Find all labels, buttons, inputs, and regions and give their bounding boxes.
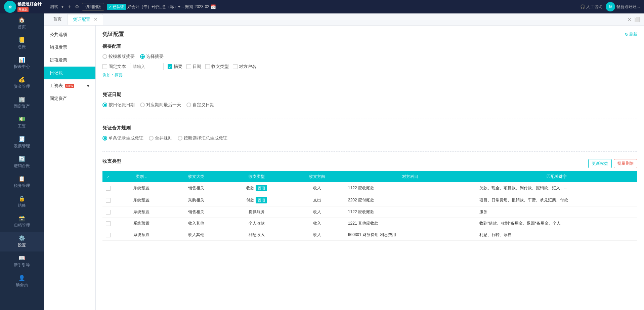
th-major: 收支大类 [169, 171, 223, 182]
radio-merge-rule[interactable]: 合并规则 [149, 135, 172, 141]
radio-custom-date[interactable]: 自定义日期 [186, 102, 214, 108]
tab-close-icon[interactable]: ✕ [94, 17, 97, 22]
cell-subject-1: 2202 应付账款 [345, 194, 476, 206]
sidebar-item-invoice[interactable]: 🧾 发票管理 [0, 132, 44, 152]
check-pay-type[interactable]: 收支类型 [205, 64, 229, 70]
archive-icon: 🗃️ [18, 215, 25, 222]
row-checkbox-1[interactable] [102, 194, 114, 206]
sidebar-label-purchase: 进销台账 [14, 163, 30, 169]
sidebar-item-ledger[interactable]: 📒 总账 [0, 33, 44, 53]
cell-subject-0: 1122 应收账款 [345, 182, 476, 194]
row-checkbox-2[interactable] [102, 206, 114, 218]
cell-type-3: 个人收款 [224, 218, 290, 229]
sidebar-item-member[interactable]: 👤 畅会员 [0, 271, 44, 291]
status-area: ✓ 已认证 好会计（专）+好生意（标）+... 账期 2023-02 📅 [107, 4, 216, 10]
sidebar-item-close[interactable]: 🔒 结账 [0, 192, 44, 212]
content-area: 首页 凭证配置 ✕ ✕ ⬜ 公共选项 销项发票 进项发票 [44, 13, 644, 310]
date-section-title: 凭证日期 [102, 92, 637, 98]
summary-radio-group: 按模板版摘要 选择摘要 [102, 53, 637, 60]
delete-button[interactable]: 批量删除 [614, 159, 637, 168]
date-section: 凭证日期 按日记账日期 对应期间最后一天 自定义日期 [102, 92, 637, 118]
window-maximize-icon[interactable]: ⬜ [634, 17, 640, 22]
checkbox-fixed-text [102, 64, 107, 69]
cell-major-4: 收入其他 [169, 229, 223, 241]
row-checkbox-3[interactable] [102, 218, 114, 229]
merge-section: 凭证合并规则 单条记录生成凭证 合并规则 按照选择汇总生成凭证 [102, 125, 637, 152]
sidebar-label-member: 畅会员 [16, 282, 28, 288]
radio-circle-period-last [140, 103, 145, 107]
cell-category-4: 系统预置 [114, 229, 169, 241]
sidebar-label-tax: 税务管理 [14, 183, 30, 189]
sidebar-item-assets[interactable]: 🏢 固定资产 [0, 93, 44, 113]
window-close-icon[interactable]: ✕ [628, 17, 632, 22]
th-checkbox[interactable]: ✓ [102, 171, 114, 182]
pin-button-1[interactable]: 置顶 [256, 197, 267, 203]
support-button[interactable]: 🎧 人工咨询 [580, 4, 602, 10]
sidebar: 🏠 首页 📒 总账 📊 报表中心 💰 资金管理 🏢 固定资产 💵 工资 🧾 发票… [0, 13, 44, 310]
update-button[interactable]: 更新权益 [588, 159, 612, 168]
menu-item-fixed-assets[interactable]: 固定资产 [44, 92, 95, 105]
window-controls: ✕ ⬜ [628, 17, 640, 22]
sidebar-item-home[interactable]: 🏠 首页 [0, 13, 44, 33]
menu-item-public[interactable]: 公共选项 [44, 28, 95, 41]
check-summary[interactable]: ✓ 摘要 [168, 64, 182, 70]
cell-keywords-2: 服务 [476, 206, 637, 218]
sidebar-item-archive[interactable]: 🗃️ 归档管理 [0, 212, 44, 232]
pin-button-0[interactable]: 置顶 [256, 185, 267, 191]
cell-type-4: 利息收入 [224, 229, 290, 241]
select-all-checkbox[interactable]: ✓ [106, 175, 111, 179]
refresh-button[interactable]: ↻ 刷新 [625, 32, 637, 37]
checkbox-row-3[interactable] [106, 221, 111, 226]
sidebar-item-salary[interactable]: 💵 工资 [0, 113, 44, 132]
radio-summary-total[interactable]: 按照选择汇总生成凭证 [178, 135, 227, 141]
cell-subject-3: 1221 其他应收款 [345, 218, 476, 229]
merge-radio-group: 单条记录生成凭证 合并规则 按照选择汇总生成凭证 [102, 135, 637, 141]
checkbox-row-4[interactable] [106, 233, 111, 237]
sidebar-item-guide[interactable]: 📖 新手引导 [0, 251, 44, 271]
menu-item-purchase-invoice[interactable]: 进项发票 [44, 54, 95, 67]
cell-major-0: 销售相关 [169, 182, 223, 194]
add-icon[interactable]: ＋ [67, 3, 72, 10]
check-counterpart[interactable]: 对方户名 [233, 64, 256, 70]
th-direction: 收支方向 [290, 171, 345, 182]
row-checkbox-0[interactable] [102, 182, 114, 194]
tab-voucher-config[interactable]: 凭证配置 ✕ [67, 14, 103, 25]
cell-keywords-1: 项目、日常费用、报销款、车费、承兑汇票、付款 [476, 194, 637, 206]
sidebar-item-tax[interactable]: 📋 税务管理 [0, 172, 44, 192]
sidebar-label-funds: 资金管理 [14, 84, 30, 89]
checkbox-row-0[interactable] [106, 186, 111, 191]
radio-template[interactable]: 按模板版摘要 [102, 53, 135, 60]
radio-choose[interactable]: 选择摘要 [140, 53, 164, 60]
menu-item-journal[interactable]: 日记账 [44, 67, 95, 79]
sidebar-item-funds[interactable]: 💰 资金管理 [0, 73, 44, 93]
radio-journal-date[interactable]: 按日记账日期 [102, 102, 135, 108]
sidebar-item-reports[interactable]: 📊 报表中心 [0, 53, 44, 73]
user-area[interactable]: 畅 畅捷通旺旺... [606, 2, 640, 11]
sidebar-item-purchase[interactable]: 🔄 进销台账 [0, 152, 44, 172]
home-icon: 🏠 [18, 17, 25, 23]
member-icon: 👤 [18, 275, 25, 281]
menu-item-payroll[interactable]: 工资表 NEW ▾ [44, 79, 95, 92]
settings-icon[interactable]: ⚙ [75, 4, 79, 9]
fixed-text-input[interactable] [130, 63, 164, 70]
company-dropdown-icon[interactable]: ▼ [61, 5, 64, 9]
check-date[interactable]: 日期 [186, 64, 201, 70]
cell-direction-4: 收入 [290, 229, 345, 241]
checkbox-row-1[interactable] [106, 198, 111, 203]
check-fixed-text[interactable]: 固定文本 [102, 64, 126, 70]
calendar-icon[interactable]: 📅 [211, 4, 216, 9]
headset-icon: 🎧 [580, 4, 585, 9]
menu-item-sales-invoice[interactable]: 销项发票 [44, 41, 95, 54]
sidebar-item-settings[interactable]: ⚙️ 设置 [0, 232, 44, 251]
switch-version-button[interactable]: 切到旧版 [82, 3, 104, 11]
tab-home[interactable]: 首页 [48, 14, 67, 25]
sidebar-label-close: 结账 [18, 203, 26, 208]
radio-period-last[interactable]: 对应期间最后一天 [140, 102, 181, 108]
row-checkbox-4[interactable] [102, 229, 114, 241]
cell-major-3: 收入其他 [169, 218, 223, 229]
cell-major-1: 采购相关 [169, 194, 223, 206]
refresh-icon: ↻ [625, 32, 628, 37]
radio-single[interactable]: 单条记录生成凭证 [102, 135, 143, 141]
new-badge: NEW [65, 84, 74, 88]
checkbox-row-2[interactable] [106, 210, 111, 215]
